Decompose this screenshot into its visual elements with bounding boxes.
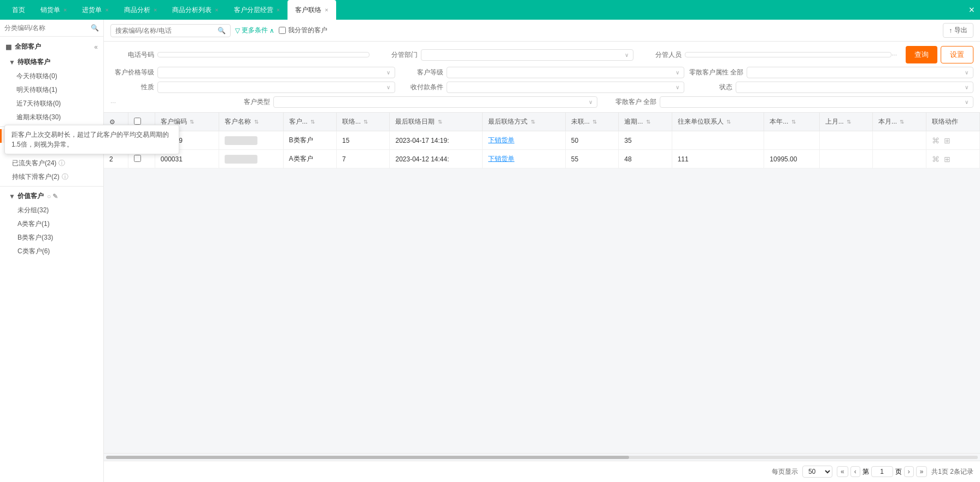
sidebar-search-input[interactable] <box>4 24 89 32</box>
filter-input-payment[interactable]: ∨ <box>447 82 684 93</box>
row2-last-type[interactable]: 下销货单 <box>483 150 566 169</box>
select-all-checkbox[interactable] <box>134 118 141 125</box>
setting-button[interactable]: 设置 <box>941 46 973 63</box>
filter-input-phone[interactable] <box>157 52 369 57</box>
sidebar-item-declining[interactable]: 持续下滑客户(2) ⓘ <box>0 170 103 184</box>
info-icon-lost[interactable]: ⓘ <box>58 159 65 168</box>
close-tab-customer-tier[interactable]: × <box>277 7 280 13</box>
row2-link-icon[interactable]: ⌘ <box>932 155 940 164</box>
scrollbar-thumb[interactable] <box>106 456 629 459</box>
sort-this-year-icon[interactable]: ⇅ <box>791 119 796 125</box>
sidebar-item-today[interactable]: 今天待联络(0) <box>4 69 103 83</box>
per-page-select[interactable]: 50 100 200 <box>802 466 832 478</box>
filter-input-nature[interactable]: ∨ <box>157 82 395 93</box>
sidebar-item-7days[interactable]: 近7天待联络(0) <box>4 97 103 111</box>
info-icon-declining[interactable]: ⓘ <box>62 172 68 182</box>
row2-grid-icon[interactable]: ⊞ <box>944 155 950 164</box>
row2-contact-count: 7 <box>337 150 390 169</box>
filter-input-manager[interactable] <box>685 52 891 57</box>
filter-row4-dots[interactable]: ··· <box>110 98 116 106</box>
filter-input-status[interactable]: ∨ <box>736 82 973 93</box>
sort-name-icon[interactable]: ⇅ <box>254 119 259 125</box>
tree-subgroup-value: ▼ 价值客户 ○ ✎ 未分组(32) A类客户(1) B类客户(33) C类客户… <box>0 189 103 258</box>
filter-cell-status: 状态 ∨ <box>689 82 973 93</box>
filter-input-price-level[interactable]: ∨ <box>157 67 395 78</box>
first-page-button[interactable]: « <box>837 466 848 477</box>
row1-last-type[interactable]: 下销货单 <box>483 131 566 150</box>
row1-link-icon[interactable]: ⌘ <box>932 136 940 145</box>
nav-tab-analysis-list[interactable]: 商品分析列表 × <box>165 0 226 20</box>
tree-group-pending-header[interactable]: ▼ 待联络客户 <box>4 55 103 69</box>
filter-cell-dots: ··· <box>110 98 222 106</box>
sidebar-item-overdue[interactable]: 逾期未联络(30) <box>4 111 103 124</box>
sidebar-item-ungrouped[interactable]: 未分组(32) <box>2 204 103 217</box>
main-search-icon[interactable]: 🔍 <box>218 27 226 34</box>
filter-cell-payment: 收付款条件 ∨ <box>400 82 684 93</box>
sort-last-type-icon[interactable]: ⇅ <box>531 119 535 125</box>
filter-cell-nature: 性质 ∨ <box>110 82 395 93</box>
subgroup-arrow: ▼ <box>9 193 15 200</box>
close-tab-analysis[interactable]: × <box>154 7 157 13</box>
row2-actions: ⌘ ⊞ <box>926 150 979 169</box>
collapse-sidebar-icon[interactable]: « <box>94 43 98 51</box>
col-name: 客户名称 ⇅ <box>219 113 283 131</box>
nav-tab-sales[interactable]: 销货单 × <box>33 0 74 20</box>
col-this-month: 本月... ⇅ <box>873 113 926 131</box>
sort-level-icon[interactable]: ⇅ <box>310 119 315 125</box>
nav-tab-analysis[interactable]: 商品分析 × <box>116 0 165 20</box>
export-button[interactable]: ↑ 导出 <box>943 23 973 38</box>
sort-uncontacted-icon[interactable]: ⇅ <box>592 119 597 125</box>
filter-input-retail-attr[interactable]: ∨ <box>747 67 973 78</box>
next-page-button[interactable]: › <box>904 466 914 477</box>
more-conditions-button[interactable]: ▽ 更多条件 ∧ <box>235 26 274 35</box>
horizontal-scrollbar[interactable] <box>104 453 980 461</box>
sort-code-icon[interactable]: ⇅ <box>190 119 194 125</box>
my-customers-checkbox[interactable]: 我分管的客户 <box>279 26 327 35</box>
page-number-input[interactable] <box>871 466 893 477</box>
sort-contact-person-icon[interactable]: ⇅ <box>726 119 731 125</box>
tree-root-all-customers[interactable]: ▦ 全部客户 « <box>0 39 103 55</box>
close-tab-sales[interactable]: × <box>63 7 67 13</box>
nav-tab-home[interactable]: 首页 <box>4 0 33 20</box>
edit-icons[interactable]: ○ ✎ <box>47 193 58 200</box>
sort-contact-count-icon[interactable]: ⇅ <box>363 119 368 125</box>
query-button[interactable]: 查询 <box>906 46 937 63</box>
sidebar-item-tomorrow[interactable]: 明天待联络(1) <box>4 83 103 97</box>
main-search-input[interactable] <box>115 27 215 34</box>
sidebar-item-c-class[interactable]: C类客户(6) <box>2 245 103 258</box>
sidebar-item-a-class[interactable]: A类客户(1) <box>2 217 103 231</box>
sort-this-month-icon[interactable]: ⇅ <box>900 119 904 125</box>
sidebar-item-b-class[interactable]: B类客户(33) <box>2 231 103 245</box>
close-tab-purchase[interactable]: × <box>105 7 108 13</box>
row2-last-date: 2023-04-12 14:44: <box>390 150 483 169</box>
nav-tab-customer-tier[interactable]: 客户分层经营 × <box>226 0 287 20</box>
filter-cell-retail-attr: 零散客户属性 全部 ∨ <box>689 67 973 78</box>
sort-overdue-icon[interactable]: ⇅ <box>646 119 650 125</box>
filter-input-retail-customer[interactable]: ∨ <box>660 96 973 108</box>
sidebar-item-lost[interactable]: 已流失客户(24) ⓘ <box>0 156 103 170</box>
nav-tab-customer-contact[interactable]: 客户联络 × <box>287 0 336 20</box>
row1-last-date: 2023-04-17 14:19: <box>390 131 483 150</box>
sidebar-search-icon[interactable]: 🔍 <box>91 24 99 32</box>
nav-tab-purchase[interactable]: 进货单 × <box>74 0 116 20</box>
filter-input-dept[interactable]: ∨ <box>421 49 633 61</box>
filter-dots-manager[interactable]: ··· <box>891 51 897 59</box>
sort-last-date-icon[interactable]: ⇅ <box>438 119 442 125</box>
payment-arrow: ∨ <box>676 84 679 90</box>
row1-uncontacted: 50 <box>565 131 618 150</box>
tree-subgroup-value-header[interactable]: ▼ 价值客户 ○ ✎ <box>2 189 103 204</box>
close-tab-analysis-list[interactable]: × <box>215 7 218 13</box>
filter-cell-customer-level: 客户等级 ∨ <box>400 67 684 78</box>
last-page-button[interactable]: » <box>916 466 928 477</box>
close-all-tabs[interactable]: × <box>969 4 975 16</box>
close-tab-customer-contact[interactable]: × <box>325 7 328 13</box>
filter-input-customer-level[interactable]: ∨ <box>447 67 684 78</box>
table-row: 2 000031 A类客户 7 2023-04-12 14:44: 下销货单 5… <box>104 150 980 169</box>
row1-this-month <box>873 131 926 150</box>
filter-input-customer-type[interactable]: ∨ <box>273 96 598 108</box>
my-customers-check-input[interactable] <box>279 27 286 34</box>
row1-grid-icon[interactable]: ⊞ <box>944 136 950 145</box>
prev-page-button[interactable]: ‹ <box>850 466 860 477</box>
sort-last-month-icon[interactable]: ⇅ <box>847 119 851 125</box>
filter-cell-price-level: 客户价格等级 ∨ <box>110 67 395 78</box>
